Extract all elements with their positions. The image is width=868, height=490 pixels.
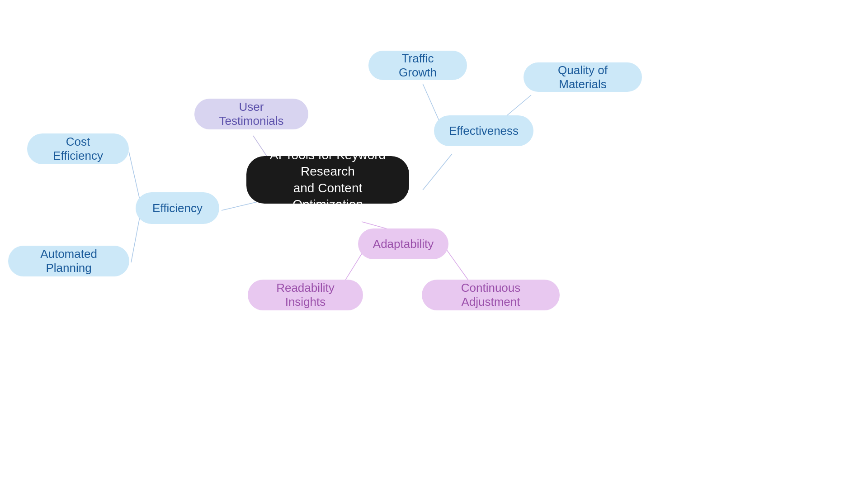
- traffic-growth-label: Traffic Growth: [385, 52, 451, 80]
- effectiveness-node: Effectiveness: [434, 115, 533, 146]
- svg-line-4: [423, 154, 452, 190]
- automated-planning-label: Automated Planning: [24, 247, 113, 275]
- adaptability-label: Adaptability: [373, 237, 434, 251]
- continuous-adjustment-node: Continuous Adjustment: [422, 280, 560, 310]
- cost-efficiency-node: Cost Efficiency: [27, 133, 129, 164]
- traffic-growth-node: Traffic Growth: [368, 51, 467, 80]
- quality-of-materials-label: Quality of Materials: [540, 63, 626, 91]
- svg-line-2: [131, 215, 140, 262]
- efficiency-label: Efficiency: [152, 201, 203, 215]
- quality-of-materials-node: Quality of Materials: [524, 62, 642, 92]
- automated-planning-node: Automated Planning: [8, 246, 129, 276]
- effectiveness-label: Effectiveness: [449, 124, 519, 138]
- svg-line-5: [423, 84, 441, 124]
- readability-insights-label: Readability Insights: [264, 281, 347, 309]
- center-node: AI Tools for Keyword Researchand Content…: [246, 156, 409, 204]
- adaptability-node: Adaptability: [358, 228, 448, 259]
- continuous-adjustment-label: Continuous Adjustment: [438, 281, 543, 309]
- svg-line-9: [445, 248, 470, 283]
- svg-line-1: [129, 152, 140, 201]
- user-testimonials-label: User Testimonials: [211, 100, 292, 128]
- efficiency-node: Efficiency: [136, 192, 219, 224]
- cost-efficiency-label: Cost Efficiency: [43, 135, 113, 163]
- readability-insights-node: Readability Insights: [248, 280, 363, 310]
- user-testimonials-node: User Testimonials: [194, 99, 308, 129]
